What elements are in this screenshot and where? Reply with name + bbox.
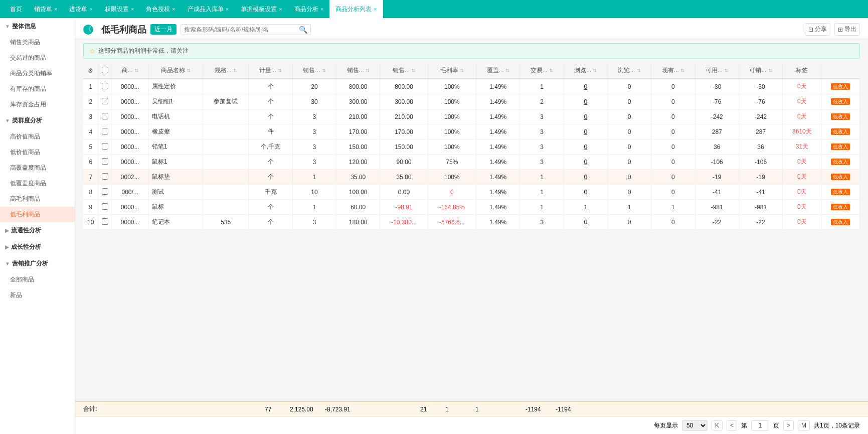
row-checkbox[interactable] <box>98 139 111 155</box>
sidebar-group-overall[interactable]: ▼ 整体信息 <box>0 18 75 35</box>
nav-sales-order[interactable]: 销货单 × <box>28 0 63 18</box>
col-spec[interactable]: 规格... ⇅ <box>203 63 249 79</box>
col-checkbox[interactable] <box>98 63 111 79</box>
row-checkbox[interactable] <box>98 200 111 215</box>
row-checkbox[interactable] <box>98 124 111 139</box>
row-price: 300.00 <box>336 94 380 109</box>
col-stock[interactable]: 现有... ⇅ <box>651 63 695 79</box>
chevron-down-icon: ▼ <box>5 118 10 123</box>
search-box[interactable]: 🔍 <box>181 24 311 35</box>
row-checkbox[interactable] <box>98 155 111 170</box>
col-name[interactable]: 商品名称 ⇅ <box>148 63 203 79</box>
row-price: 170.00 <box>336 124 380 139</box>
nav-finished-goods[interactable]: 产成品入库单 × <box>182 0 235 18</box>
sidebar-group-growth[interactable]: ▶ 成长性分析 <box>0 239 75 255</box>
row-code: 0000... <box>111 124 148 139</box>
row-trade[interactable]: 1 <box>564 200 607 215</box>
col-trade[interactable]: 交易... ⇅ <box>520 63 564 79</box>
next-page-button[interactable]: > <box>783 420 794 430</box>
sidebar-item-new-goods[interactable]: 新品 <box>0 287 75 303</box>
sidebar-group-cluster[interactable]: ▼ 类群度分析 <box>0 112 75 129</box>
row-trade[interactable]: 0 <box>564 215 607 230</box>
row-name: 属性定价 <box>148 79 203 94</box>
row-code: 0000... <box>111 109 148 124</box>
nav-home[interactable]: 首页 <box>4 0 28 18</box>
row-unit: 千克 <box>249 185 292 200</box>
row-trade[interactable]: 0 <box>564 170 607 185</box>
col-tag[interactable]: 标签 <box>783 63 821 79</box>
sidebar-item-high-value[interactable]: 高价值商品 <box>0 129 75 144</box>
per-page-select[interactable]: 50 100 200 <box>682 420 708 431</box>
sidebar-item-sales-goods[interactable]: 销售类商品 <box>0 35 75 50</box>
row-checkbox[interactable] <box>98 94 111 109</box>
col-avail[interactable]: 可用... ⇅ <box>695 63 739 79</box>
table-row: 8 000/... 测试 千克 10 100.00 0.00 0 1.49% 1… <box>83 185 860 200</box>
nav-role-auth[interactable]: 角色授权 × <box>140 0 181 18</box>
page-input[interactable] <box>751 420 769 430</box>
row-checkbox[interactable] <box>98 215 111 230</box>
sidebar-item-low-coverage[interactable]: 低覆盖度商品 <box>0 176 75 191</box>
row-checkbox[interactable] <box>98 79 111 94</box>
row-qty: 3 <box>292 109 336 124</box>
col-margin[interactable]: 毛利率 ⇅ <box>428 63 476 79</box>
sidebar-item-traded-goods[interactable]: 交易过的商品 <box>0 50 75 66</box>
col-amount[interactable]: 销售... ⇅ <box>380 63 428 79</box>
row-trade[interactable]: 0 <box>564 185 607 200</box>
select-all-checkbox[interactable] <box>102 67 108 73</box>
close-icon[interactable]: × <box>131 6 134 12</box>
close-icon[interactable]: × <box>226 6 229 12</box>
row-trade[interactable]: 0 <box>564 94 607 109</box>
sidebar-item-category-rate[interactable]: 商品分类助销率 <box>0 66 75 81</box>
table-row: 6 0000... 鼠标1 个 3 120.00 90.00 75% 1.49%… <box>83 155 860 170</box>
row-trade[interactable]: 0 <box>564 139 607 155</box>
prev-page-button[interactable]: < <box>727 420 737 430</box>
col-qty[interactable]: 销售... ⇅ <box>292 63 336 79</box>
col-saleable[interactable]: 可销... ⇅ <box>739 63 782 79</box>
col-browse2[interactable]: 浏览... ⇅ <box>607 63 651 79</box>
nav-product-analysis[interactable]: 商品分析 × <box>288 0 329 18</box>
row-trade[interactable]: 0 <box>564 124 607 139</box>
col-settings[interactable]: ⚙ <box>83 63 98 79</box>
per-page-label: 每页显示 <box>654 421 678 430</box>
sidebar-item-high-coverage[interactable]: 高覆盖度商品 <box>0 160 75 176</box>
col-browse1[interactable]: 浏览... ⇅ <box>564 63 607 79</box>
row-qty: 1 <box>292 200 336 215</box>
sidebar-item-high-margin[interactable]: 高毛利商品 <box>0 191 75 207</box>
close-icon[interactable]: × <box>374 6 377 12</box>
row-trade[interactable]: 0 <box>564 109 607 124</box>
close-icon[interactable]: × <box>172 6 175 12</box>
row-checkbox[interactable] <box>98 185 111 200</box>
nav-product-analysis-list[interactable]: 商品分析列表 × <box>329 0 383 18</box>
sidebar-group-circulation[interactable]: ▶ 流通性分析 <box>0 222 75 239</box>
row-checkbox[interactable] <box>98 170 111 185</box>
close-icon[interactable]: × <box>320 6 323 12</box>
sidebar-item-stocked-goods[interactable]: 有库存的商品 <box>0 81 75 97</box>
close-icon[interactable]: × <box>54 6 57 12</box>
sidebar-item-all-goods[interactable]: 全部商品 <box>0 272 75 287</box>
nav-purchase-order[interactable]: 进货单 × <box>63 0 98 18</box>
search-icon[interactable]: 🔍 <box>299 26 307 34</box>
collapse-sidebar-button[interactable]: 《 <box>83 25 93 35</box>
row-trade[interactable]: 0 <box>564 155 607 170</box>
col-code[interactable]: 商... ⇅ <box>111 63 148 79</box>
close-icon[interactable]: × <box>89 6 92 12</box>
search-input[interactable] <box>184 26 299 33</box>
row-trade[interactable]: 0 <box>564 79 607 94</box>
sidebar-item-low-value[interactable]: 低价值商品 <box>0 144 75 160</box>
row-number: 3 <box>83 109 98 124</box>
time-filter-button[interactable]: 近一月 <box>150 24 177 35</box>
last-page-button[interactable]: M <box>798 420 810 430</box>
col-price[interactable]: 销售... ⇅ <box>336 63 380 79</box>
first-page-button[interactable]: K <box>712 420 723 430</box>
share-button[interactable]: ⊡ 分享 <box>805 23 830 36</box>
nav-template-settings[interactable]: 单据模板设置 × <box>235 0 288 18</box>
export-button[interactable]: ⊞ 导出 <box>834 23 860 36</box>
sidebar-item-low-margin[interactable]: 低毛利商品 <box>0 207 75 222</box>
row-checkbox[interactable] <box>98 109 111 124</box>
sidebar-group-marketing[interactable]: ▼ 营销推广分析 <box>0 255 75 272</box>
sidebar-item-stock-capital[interactable]: 库存资金占用 <box>0 97 75 112</box>
close-icon[interactable]: × <box>279 6 282 12</box>
col-coverage[interactable]: 覆盖... ⇅ <box>476 63 520 79</box>
nav-permission-settings[interactable]: 权限设置 × <box>99 0 140 18</box>
col-unit[interactable]: 计量... ⇅ <box>249 63 292 79</box>
